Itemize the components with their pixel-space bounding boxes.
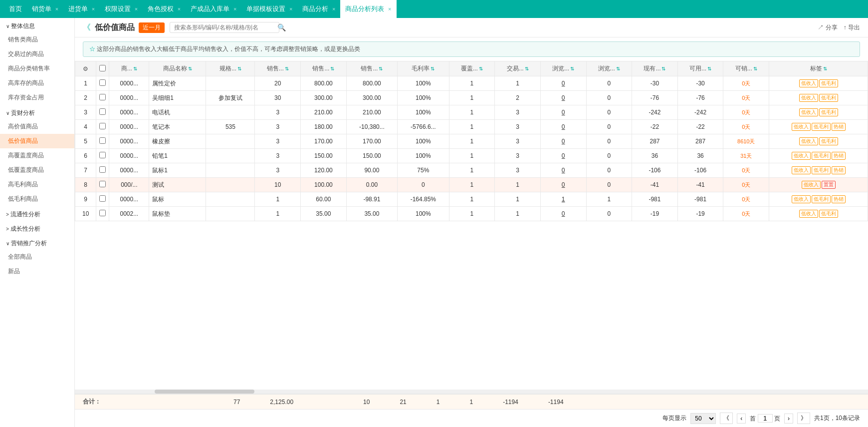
row-name[interactable]: 鼠标垫 (149, 207, 206, 221)
row-browse1[interactable]: 1 (540, 192, 586, 207)
sidebar-group-marketing[interactable]: 营销推广分析 (0, 235, 74, 250)
close-icon[interactable]: × (178, 6, 181, 12)
close-icon[interactable]: × (55, 6, 58, 12)
page-number-input[interactable] (758, 414, 773, 423)
row-name[interactable]: 属性定价 (149, 76, 206, 91)
sidebar-item-high-stock[interactable]: 高库存的商品 (0, 76, 74, 90)
search-button[interactable]: 🔍 (277, 23, 286, 31)
nav-product-analysis[interactable]: 商品分析 × (297, 0, 340, 18)
row-checkbox[interactable] (99, 123, 106, 129)
col-spec[interactable]: 规格...⇅ (206, 61, 255, 76)
row-browse1[interactable]: 0 (540, 120, 586, 134)
col-checkbox[interactable] (96, 61, 109, 76)
row-name[interactable]: 橡皮擦 (149, 134, 206, 149)
row-checkbox[interactable] (99, 166, 106, 173)
row-browse1[interactable]: 0 (540, 207, 586, 221)
col-coverage[interactable]: 覆盖...⇅ (449, 61, 495, 76)
col-settings[interactable]: ⚙ (75, 61, 96, 76)
sidebar-item-traded[interactable]: 交易过的商品 (0, 47, 74, 61)
next-page-button[interactable]: › (784, 414, 793, 424)
nav-permissions[interactable]: 权限设置 × (100, 0, 143, 18)
close-icon[interactable]: × (332, 6, 335, 12)
sidebar-item-low-value[interactable]: 低价值商品 (0, 134, 74, 148)
row-name[interactable]: 铅笔1 (149, 149, 206, 163)
row-browse1[interactable]: 0 (540, 105, 586, 120)
row-checkbox-cell[interactable] (96, 76, 109, 91)
sidebar-item-high-margin[interactable]: 高毛利商品 (0, 177, 74, 192)
close-icon[interactable]: × (233, 6, 236, 12)
row-browse1[interactable]: 0 (540, 91, 586, 105)
row-name[interactable]: 电话机 (149, 105, 206, 120)
sidebar-item-high-value[interactable]: 高价值商品 (0, 119, 74, 134)
row-checkbox-cell[interactable] (96, 134, 109, 149)
sidebar-group-financial[interactable]: 贡财分析 (0, 105, 74, 119)
select-all-checkbox[interactable] (99, 65, 106, 71)
row-checkbox[interactable] (99, 108, 106, 115)
sidebar-item-low-margin[interactable]: 低毛利商品 (0, 192, 74, 206)
sidebar-group-overall[interactable]: 整体信息 (0, 18, 74, 32)
row-checkbox-cell[interactable] (96, 105, 109, 120)
sidebar-item-all-products[interactable]: 全部商品 (0, 250, 74, 264)
sidebar-item-stock-fund[interactable]: 库存资金占用 (0, 90, 74, 105)
data-table-container[interactable]: ⚙ 商...⇅ 商品名称⇅ 规格...⇅ 销售...⇅ 销售...⇅ 销售...… (75, 61, 868, 390)
row-name[interactable]: 鼠标1 (149, 163, 206, 178)
last-page-button[interactable]: 》 (797, 413, 810, 424)
row-browse1[interactable]: 0 (540, 134, 586, 149)
row-checkbox[interactable] (99, 195, 106, 202)
sidebar-item-low-coverage[interactable]: 低覆盖度商品 (0, 163, 74, 177)
row-checkbox[interactable] (99, 94, 106, 100)
close-icon[interactable]: × (388, 6, 391, 12)
sidebar-item-new-products[interactable]: 新品 (0, 264, 74, 279)
period-button[interactable]: 近一月 (139, 22, 165, 33)
nav-product-stock[interactable]: 产成品入库单 × (186, 0, 241, 18)
export-button[interactable]: ↑ 导出 (844, 23, 860, 32)
close-icon[interactable]: × (135, 6, 138, 12)
close-icon[interactable]: × (289, 6, 292, 12)
sidebar-item-high-coverage[interactable]: 高覆盖度商品 (0, 148, 74, 163)
row-checkbox-cell[interactable] (96, 91, 109, 105)
col-browse1[interactable]: 浏览...⇅ (540, 61, 586, 76)
row-name[interactable]: 笔记本 (149, 120, 206, 134)
col-current-stock[interactable]: 现有...⇅ (632, 61, 678, 76)
nav-purchase-order[interactable]: 进货单 × (63, 0, 100, 18)
col-sales2[interactable]: 销售...⇅ (301, 61, 347, 76)
row-checkbox-cell[interactable] (96, 192, 109, 207)
sidebar-item-sales-category[interactable]: 销售类商品 (0, 32, 74, 47)
row-checkbox[interactable] (99, 152, 106, 158)
row-checkbox[interactable] (99, 181, 106, 187)
col-available[interactable]: 可用...⇅ (677, 61, 723, 76)
nav-product-analysis-list[interactable]: 商品分析列表 × (340, 0, 396, 18)
row-checkbox[interactable] (99, 79, 106, 86)
col-name[interactable]: 商品名称⇅ (149, 61, 206, 76)
row-checkbox-cell[interactable] (96, 120, 109, 134)
nav-home[interactable]: 首页 (4, 0, 27, 18)
col-sellable[interactable]: 可销...⇅ (723, 61, 769, 76)
share-button[interactable]: ↗ 分享 (818, 23, 837, 32)
sidebar-group-flow[interactable]: 流通性分析 (0, 206, 74, 221)
collapse-sidebar-button[interactable]: 《 (83, 22, 91, 33)
row-browse1[interactable]: 0 (540, 163, 586, 178)
row-checkbox[interactable] (99, 137, 106, 144)
row-checkbox-cell[interactable] (96, 207, 109, 221)
col-transaction[interactable]: 交易...⇅ (495, 61, 541, 76)
row-browse1[interactable]: 0 (540, 178, 586, 192)
prev-page-button[interactable]: ‹ (737, 414, 746, 424)
scrollbar-thumb[interactable] (155, 390, 254, 394)
sidebar-group-growth[interactable]: 成长性分析 (0, 221, 74, 235)
sidebar-item-category-rate[interactable]: 商品分类销售率 (0, 61, 74, 76)
row-name[interactable]: 鼠标 (149, 192, 206, 207)
row-name[interactable]: 测试 (149, 178, 206, 192)
col-browse2[interactable]: 浏览...⇅ (586, 61, 632, 76)
col-margin[interactable]: 毛利率⇅ (398, 61, 449, 76)
row-name[interactable]: 吴细细1 (149, 91, 206, 105)
row-checkbox-cell[interactable] (96, 149, 109, 163)
nav-sales-order[interactable]: 销货单 × (27, 0, 63, 18)
col-sales1[interactable]: 销售...⇅ (255, 61, 301, 76)
row-checkbox[interactable] (99, 210, 106, 216)
search-input[interactable] (170, 22, 279, 33)
col-tags[interactable]: 标签⇅ (769, 61, 868, 76)
row-checkbox-cell[interactable] (96, 178, 109, 192)
row-browse1[interactable]: 0 (540, 149, 586, 163)
first-page-button[interactable]: 《 (720, 413, 733, 424)
page-size-select[interactable]: 50 100 (690, 413, 716, 424)
